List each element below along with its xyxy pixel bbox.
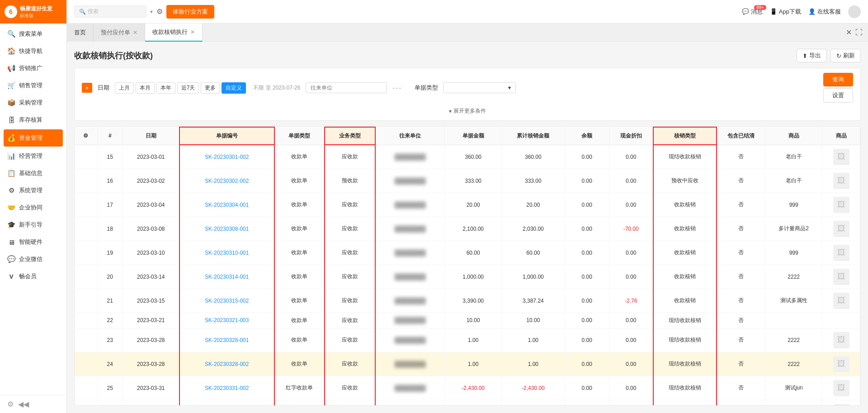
solution-button[interactable]: 体验行业方案 [166,5,214,19]
avatar[interactable] [848,5,861,18]
cell-unit: ████████ [375,217,445,241]
expand-conditions-row[interactable]: ▾ 展开更多条件 [82,106,853,116]
sidebar-item-inventory[interactable]: 🗄 库存核算 [0,111,66,128]
search-icon: 🔍 [7,30,15,38]
cell-goods-img: 🖼 [822,241,860,265]
sidebar-item-guide[interactable]: 🎓 新手引导 [0,216,66,233]
cell-index: 22 [97,313,123,328]
topbar-gear-icon[interactable]: ⚙ [156,7,163,16]
cell-no[interactable]: SK-20230301-002 [179,145,274,169]
table-row: 18 2023-03-08 SK-20230308-001 收款单 应收款 ██… [75,217,860,241]
sidebar-item-member[interactable]: V 畅会员 [0,268,66,285]
cell-index: 16 [97,169,123,193]
cell-index: 24 [97,352,123,376]
filter-more-btn[interactable]: 更多 [201,82,220,94]
filter-toggle-button[interactable]: » [82,83,92,93]
cell-no[interactable]: SK-20230328-002 [179,352,274,376]
cell-cancel-type: 收款核销 [653,217,717,241]
filter-settings-button[interactable]: 设置 [823,88,853,103]
sidebar-item-finance[interactable]: 💰 资金管理 [4,129,63,147]
th-index: # [97,127,123,145]
tab-collection-close-icon[interactable]: ✕ [190,29,195,35]
cell-discount: 0.00 [609,265,653,289]
filter-unit-input[interactable] [306,82,387,93]
th-settings[interactable]: ⚙ [75,127,97,145]
cell-goods: 123D商品 [765,400,822,406]
cell-no[interactable]: SK-20230310-001 [179,241,274,265]
cell-no[interactable]: SK-20230308-001 [179,217,274,241]
cell-balance: 0.00 [565,328,609,352]
sidebar: 6 畅康道好生意 标推版 🔍 搜索菜单 🏠 快捷导航 📢 营销推广 🛒 销售管理… [0,0,67,413]
search-box[interactable]: 🔍 搜索 [74,5,146,18]
tabs-expand-icon[interactable]: ⛶ [855,28,863,37]
filter-last-month-btn[interactable]: 上月 [115,82,134,94]
table-row: 25 2023-03-31 SK-20230331-002 红字收款单 应收款 … [75,376,860,400]
wechat-icon: 💬 [7,255,15,263]
cell-no[interactable]: SK-20230321-003 [179,313,274,328]
cell-balance: 0.00 [565,400,609,406]
sidebar-item-operation[interactable]: 📊 经营管理 [0,147,66,165]
sidebar-collapse-icon[interactable]: ◀◀ [18,400,29,408]
table-row: 22 2023-03-21 SK-20230321-003 收款单 应收款 ██… [75,313,860,328]
cell-unit: ████████ [375,241,445,265]
refresh-button[interactable]: ↻ 刷新 [830,49,861,62]
message-button[interactable]: 💬 消息 99+ [742,8,763,16]
data-table-container: ⚙ # 日期 单据编号 单据类型 业务类型 往来单位 单据金额 累计核销金额 余… [74,126,861,406]
tab-receivable-close-icon[interactable]: ✕ [133,29,137,36]
sidebar-item-corp[interactable]: 🤝 企业协同 [0,199,66,216]
cell-goods: 多计量商品2 [765,217,822,241]
filter-this-month-btn[interactable]: 本月 [136,82,155,94]
online-service-button[interactable]: 👤 在线客服 [808,8,841,16]
cell-discount: 0.00 [609,241,653,265]
filter-last-7days-btn[interactable]: 近7天 [177,82,199,94]
cell-cancel-type: 现结收款核销 [653,145,717,169]
tab-receivable[interactable]: 预付应付单 ✕ [94,24,145,42]
sidebar-item-marketing[interactable]: 📢 营销推广 [0,60,66,77]
sidebar-item-wechat[interactable]: 💬 企业微信 [0,251,66,268]
query-button[interactable]: 查询 [823,73,853,86]
topbar-right: 💬 消息 99+ 📱 App下载 👤 在线客服 [742,5,861,18]
cell-goods-img: 🖼 [822,376,860,400]
topbar-chevron-icon: ▾ [150,9,153,15]
message-icon: 💬 [742,8,749,15]
sidebar-item-sales[interactable]: 🛒 销售管理 [0,77,66,94]
cell-doctype: 收款单 [274,289,325,313]
tab-collection[interactable]: 收款核销执行 ✕ [145,24,203,42]
cell-cum-amount: 333.00 [502,169,565,193]
sidebar-settings-icon[interactable]: ⚙ [7,400,14,408]
cell-balance: 0.00 [565,193,609,217]
cell-no[interactable]: SK-20230315-002 [179,289,274,313]
tabs-close-all-icon[interactable]: ✕ [846,28,852,37]
cell-incl-settled: 否 [717,376,765,400]
cell-unit: ████████ [375,313,445,328]
filter-dots: ··· [392,83,402,93]
sidebar-item-hardware[interactable]: 🖥 智能硬件 [0,233,66,251]
th-incl-settled: 包含已结清 [717,127,765,145]
cell-no[interactable]: SK-20230331-002 [179,376,274,400]
filter-this-year-btn[interactable]: 本年 [156,82,175,94]
cell-date: 2023-03-01 [123,145,179,169]
cell-no[interactable]: SK-20230403-002 [179,400,274,406]
cell-cum-amount: 60.00 [502,241,565,265]
sidebar-item-purchase[interactable]: 📦 采购管理 [0,94,66,111]
app-download-button[interactable]: 📱 App下载 [770,8,801,16]
cell-no[interactable]: SK-20230314-001 [179,265,274,289]
cell-biztype: 应收款 [325,352,375,376]
export-button[interactable]: ⬆ 导出 [797,49,827,62]
cell-cancel-type: 现结收款核销 [653,328,717,352]
cell-discount: 0.00 [609,400,653,406]
filter-type-select[interactable]: ▾ [443,82,516,93]
filter-actions: 查询 设置 [823,73,853,103]
cell-no[interactable]: SK-20230302-002 [179,169,274,193]
sidebar-item-shortcut[interactable]: 🏠 快捷导航 [0,43,66,60]
th-balance: 余额 [565,127,609,145]
filter-custom-btn[interactable]: 自定义 [222,82,246,94]
tab-home[interactable]: 首页 [67,24,94,42]
sidebar-item-system[interactable]: ⚙ 系统管理 [0,182,66,199]
cell-no[interactable]: SK-20230328-001 [179,328,274,352]
cell-no[interactable]: SK-20230304-001 [179,193,274,217]
marketing-icon: 📢 [7,64,15,72]
sidebar-item-search[interactable]: 🔍 搜索菜单 [0,25,66,43]
cell-amount: 1.00 [445,352,502,376]
sidebar-item-basic[interactable]: 📋 基础信息 [0,165,66,182]
